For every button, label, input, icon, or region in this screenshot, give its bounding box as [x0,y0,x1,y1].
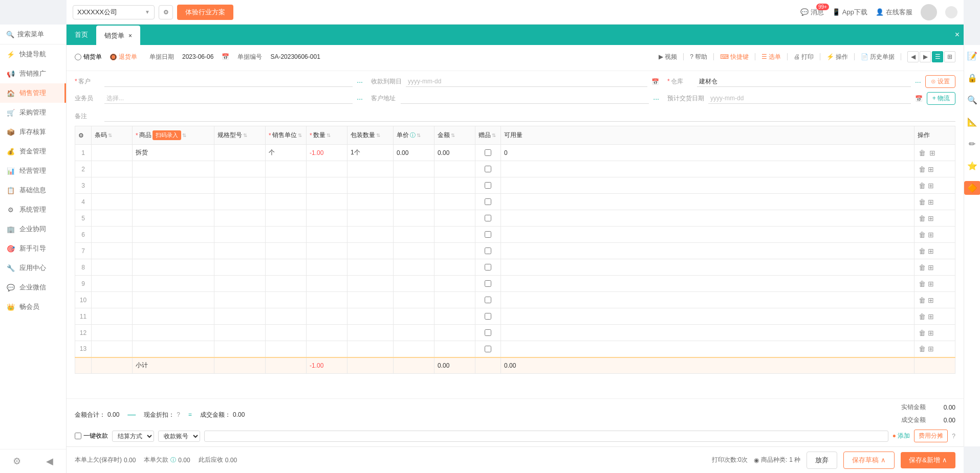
gift-checkbox[interactable] [485,346,491,352]
gift-checkbox[interactable] [485,280,491,287]
row-delete[interactable]: 🗑 [918,231,927,239]
qty-sort-icon[interactable]: ⇅ [326,132,331,138]
row-product[interactable] [133,292,214,308]
scan-button[interactable]: 扫码录入 [153,130,181,140]
th-settings[interactable]: ⚙ [75,126,92,145]
row-spec[interactable] [214,325,266,341]
due-date-calendar-icon[interactable]: 📅 [651,78,659,85]
sidebar-item-inventory[interactable]: 📦 库存核算 [0,122,66,142]
row-spec[interactable] [214,243,266,259]
row-product[interactable] [133,276,214,292]
row-product[interactable] [133,308,214,325]
row-price[interactable] [394,243,434,259]
user-avatar-2[interactable] [945,6,957,18]
row-amount[interactable] [434,341,475,357]
one-click-checkbox[interactable]: 一键收款 [75,432,108,440]
search-menu[interactable]: 🔍 搜索菜单 [0,25,66,44]
sidebar-item-finance[interactable]: 💰 资金管理 [0,142,66,161]
account-select[interactable]: 收款账号 [158,431,200,442]
row-spec[interactable] [214,276,266,292]
row-copy[interactable]: ⊞ [927,247,935,255]
right-sidebar-icon-2[interactable]: 🔒 [965,71,979,85]
warehouse-dots-btn[interactable]: ··· [915,78,921,86]
spec-sort-icon[interactable]: ⇅ [243,132,247,138]
add-payment-button[interactable]: ● 添加 [892,432,910,440]
online-service-button[interactable]: 👤 在线客服 [876,8,912,17]
row-delete[interactable]: 🗑 [918,312,927,321]
gift-checkbox[interactable] [485,264,491,271]
row-barcode[interactable] [92,243,133,259]
expense-split-button[interactable]: 费用分摊 [914,430,948,442]
row-pkg[interactable] [347,276,394,292]
row-unit[interactable] [266,177,307,194]
help-btn[interactable]: ? 帮助 [688,52,709,62]
row-spec[interactable] [214,292,266,308]
row-price[interactable] [394,259,434,276]
row-pkg[interactable] [347,161,394,177]
row-product[interactable] [133,210,214,227]
row-copy[interactable]: ⊞ [927,329,935,337]
row-copy[interactable]: ⊞ [927,296,935,304]
row-pkg[interactable] [347,210,394,227]
customer-address-dots-btn[interactable]: ··· [653,95,659,103]
message-button[interactable]: 💬 消息 99+ [800,8,824,17]
row-gift[interactable] [475,259,501,276]
row-amount[interactable] [434,194,475,210]
view-list-btn[interactable]: ☰ [932,51,943,62]
customer-address-input[interactable] [401,93,649,104]
row-product[interactable] [133,161,214,177]
row-delete[interactable]: 🗑 [918,329,927,337]
sidebar-item-basic[interactable]: 📋 基础信息 [0,181,66,200]
row-delete[interactable]: 🗑 [918,165,927,173]
row-gift[interactable] [475,276,501,292]
row-barcode[interactable] [92,341,133,357]
row-price[interactable] [394,177,434,194]
row-barcode[interactable] [92,227,133,243]
row-amount[interactable] [434,177,475,194]
gift-checkbox[interactable] [485,182,491,189]
row-barcode[interactable] [92,210,133,227]
right-sidebar-icon-1[interactable]: 📝 [965,49,979,63]
view-grid-btn[interactable]: ⊞ [944,51,955,62]
row-delete[interactable]: 🗑 [918,198,927,206]
customer-dots-btn[interactable]: ··· [357,78,363,86]
row-copy[interactable]: ⊞ [927,165,935,173]
row-unit[interactable] [266,194,307,210]
expense-help-icon[interactable]: ? [952,433,955,440]
row-amount[interactable] [434,308,475,325]
radio-sale[interactable]: 销货单 [75,53,102,61]
row-product[interactable] [133,227,214,243]
row-pkg[interactable] [347,227,394,243]
abandon-button[interactable]: 放弃 [807,452,837,469]
row-amount[interactable] [434,243,475,259]
due-date-input[interactable] [406,76,647,87]
sidebar-collapse-icon[interactable]: ◀ [44,454,55,469]
row-amount[interactable] [434,276,475,292]
sidebar-settings-icon[interactable]: ⚙ [11,454,23,469]
notes-input[interactable] [104,111,955,122]
row-pkg[interactable] [347,325,394,341]
settings-btn[interactable]: ⊙ 设置 [925,75,955,88]
row-spec[interactable] [214,194,266,210]
row-pkg[interactable] [347,308,394,325]
row-spec-1[interactable] [214,145,266,161]
gift-checkbox-1[interactable] [485,149,491,156]
select-btn[interactable]: ☰ 选单 [759,52,783,62]
sidebar-item-member[interactable]: 👑 畅会员 [0,297,66,317]
sidebar-item-quick-nav[interactable]: ⚡ 快捷导航 [0,44,66,64]
row-qty[interactable] [307,292,347,308]
row-gift[interactable] [475,177,501,194]
row-delete[interactable]: 🗑 [918,182,927,190]
row-unit[interactable] [266,308,307,325]
sidebar-item-guide[interactable]: 🎯 新手引导 [0,239,66,258]
row-pkg-1[interactable]: 1个 [347,145,394,161]
gift-sort-icon[interactable]: ⇅ [492,132,496,138]
trial-button[interactable]: 体验行业方案 [177,5,233,20]
row-delete[interactable]: 🗑 [918,345,927,353]
price-info-icon[interactable]: ⓘ [410,131,416,139]
row-delete[interactable]: 🗑 [918,296,927,304]
row-barcode[interactable] [92,161,133,177]
sidebar-item-wechat[interactable]: 💬 企业微信 [0,278,66,297]
row-pkg[interactable] [347,259,394,276]
row-product[interactable] [133,341,214,357]
